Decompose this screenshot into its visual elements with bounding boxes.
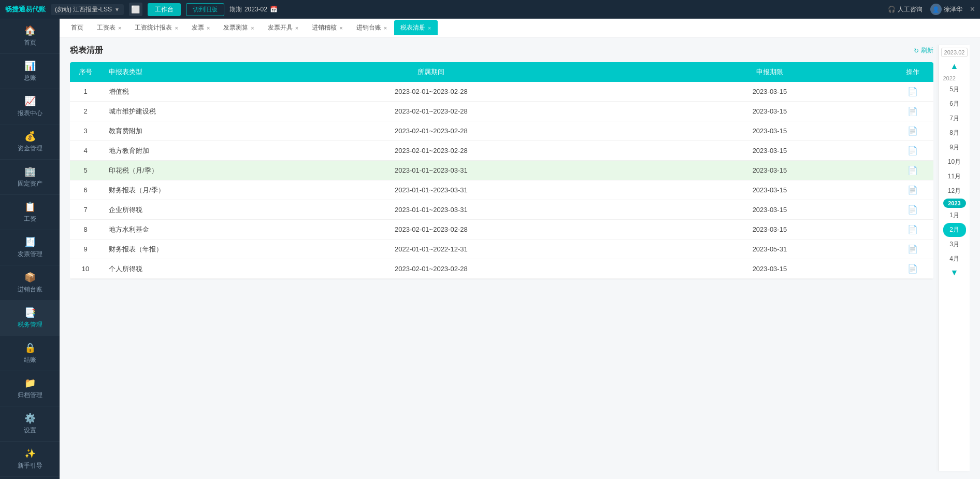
sidebar-item-assets[interactable]: 🏢 固定资产 [0, 160, 60, 195]
timeline-month-item[interactable]: 9月 [943, 140, 966, 154]
sidebar-item-vip[interactable]: 👑 畅会员 [0, 477, 60, 479]
table-row: 2 城市维护建设税 2023-02-01~2023-02-28 2023-03-… [70, 102, 933, 121]
cell-type: 地方水利基金 [101, 220, 215, 240]
timeline-month-item[interactable]: 12月 [943, 184, 966, 198]
user-profile[interactable]: 👤 徐泽华 [930, 4, 962, 15]
tab-invoice[interactable]: 发票 × [185, 20, 216, 35]
view-icon[interactable]: 📄 [907, 126, 918, 135]
copy-icon-btn[interactable]: ⬜ [129, 3, 142, 16]
cell-period: 2023-01-01~2023-03-31 [215, 180, 647, 200]
table-row: 9 财务报表（年报） 2022-01-01~2022-12-31 2023-05… [70, 240, 933, 259]
view-icon[interactable]: 📄 [907, 264, 918, 273]
cell-period: 2023-02-01~2023-02-28 [215, 220, 647, 240]
tab-close-icon[interactable]: × [428, 25, 431, 31]
sidebar-item-label: 进销台账 [18, 285, 42, 294]
sidebar-item-label: 报表中心 [18, 109, 42, 118]
tab-invoice-calc[interactable]: 发票测算 × [217, 20, 260, 35]
cell-deadline: 2023-03-15 [647, 141, 892, 161]
timeline-month-item[interactable]: 7月 [943, 111, 966, 125]
sidebar-item-invoice[interactable]: 🧾 发票管理 [0, 230, 60, 265]
workspace-button[interactable]: 工作台 [148, 3, 181, 16]
sidebar-item-guide[interactable]: ✨ 新手引导 [0, 442, 60, 477]
timeline-month-item[interactable]: 5月 [943, 82, 966, 96]
cell-action[interactable]: 📄 [892, 200, 933, 220]
cell-period: 2023-01-01~2023-03-31 [215, 161, 647, 180]
view-icon[interactable]: 📄 [907, 166, 918, 175]
cell-action[interactable]: 📄 [892, 102, 933, 121]
sidebar-item-home[interactable]: 🏠 首页 [0, 19, 60, 54]
timeline-year-label: 2022 [943, 75, 966, 81]
page-title: 税表清册 [70, 45, 103, 56]
cell-action[interactable]: 📄 [892, 141, 933, 161]
timeline-month-item[interactable]: 3月 [943, 237, 966, 251]
tab-purchase-audit[interactable]: 进销稽核 × [306, 20, 349, 35]
cell-type: 个人所得税 [101, 259, 215, 279]
cell-action[interactable]: 📄 [892, 121, 933, 141]
sidebar-item-closing[interactable]: 🔒 结账 [0, 336, 60, 371]
tab-payroll-table[interactable]: 工资表 × [91, 20, 127, 35]
cell-period: 2023-02-01~2023-02-28 [215, 259, 647, 279]
cell-action[interactable]: 📄 [892, 82, 933, 102]
main-panel: 税表清册 ↻ 刷新 序号 申报表类型 所属期间 申报期限 操作 [70, 45, 933, 471]
sidebar-item-ledger[interactable]: 📊 总账 [0, 54, 60, 89]
view-icon[interactable]: 📄 [907, 205, 918, 214]
cell-action[interactable]: 📄 [892, 180, 933, 200]
timeline-month-item[interactable]: 8月 [943, 126, 966, 140]
sidebar-item-label: 发票管理 [18, 250, 42, 259]
tab-close-icon[interactable]: × [295, 25, 298, 31]
tab-home[interactable]: 首页 [65, 20, 90, 35]
cell-seq: 3 [70, 121, 101, 141]
col-type: 申报表类型 [101, 62, 215, 82]
tab-close-icon[interactable]: × [339, 25, 342, 31]
timeline-month-item[interactable]: 1月 [943, 208, 966, 222]
sidebar-item-purchase[interactable]: 📦 进销台账 [0, 265, 60, 301]
cell-seq: 4 [70, 141, 101, 161]
close-icon[interactable]: × [970, 5, 975, 14]
tab-close-icon[interactable]: × [384, 25, 387, 31]
tab-invoice-open[interactable]: 发票开具 × [262, 20, 305, 35]
view-icon[interactable]: 📄 [907, 87, 918, 96]
sidebar-item-tax[interactable]: 📑 税务管理 [0, 301, 60, 336]
timeline-month-item[interactable]: 6月 [943, 97, 966, 111]
view-icon[interactable]: 📄 [907, 186, 918, 194]
timeline-month-item[interactable]: 10月 [943, 155, 966, 169]
cell-action[interactable]: 📄 [892, 220, 933, 240]
timeline-nav-up[interactable]: ▲ [949, 60, 960, 73]
tab-payroll-stats[interactable]: 工资统计报表 × [128, 20, 184, 35]
ai-consultant[interactable]: 🎧 人工咨询 [888, 5, 923, 14]
sidebar-item-payroll[interactable]: 📋 工资 [0, 195, 60, 230]
cell-deadline: 2023-03-15 [647, 102, 892, 121]
view-icon[interactable]: 📄 [907, 245, 918, 253]
sidebar-item-archive[interactable]: 📁 归档管理 [0, 371, 60, 406]
refresh-button[interactable]: ↻ 刷新 [914, 46, 933, 55]
view-icon[interactable]: 📄 [907, 225, 918, 234]
sidebar-item-settings[interactable]: ⚙️ 设置 [0, 406, 60, 442]
timeline-month-item[interactable]: 4月 [943, 252, 966, 266]
timeline-month-item[interactable]: 2月 [943, 223, 966, 237]
tab-close-icon[interactable]: × [118, 25, 121, 31]
sidebar-item-funds[interactable]: 💰 资金管理 [0, 124, 60, 160]
timeline-month-item[interactable]: 11月 [943, 170, 966, 184]
switch-old-button[interactable]: 切到旧版 [186, 3, 224, 16]
invoice-icon: 🧾 [24, 236, 36, 248]
table-row: 3 教育费附加 2023-02-01~2023-02-28 2023-03-15… [70, 121, 933, 141]
cell-action[interactable]: 📄 [892, 240, 933, 259]
tab-close-icon[interactable]: × [207, 25, 210, 31]
table-row: 6 财务报表（月/季） 2023-01-01~2023-03-31 2023-0… [70, 180, 933, 200]
cell-action[interactable]: 📄 [892, 161, 933, 180]
timeline-nav-down[interactable]: ▼ [949, 266, 960, 279]
tab-close-icon[interactable]: × [175, 25, 178, 31]
view-icon[interactable]: 📄 [907, 146, 918, 155]
calendar-icon[interactable]: 📅 [270, 6, 278, 13]
table-header: 序号 申报表类型 所属期间 申报期限 操作 [70, 62, 933, 82]
cell-action[interactable]: 📄 [892, 259, 933, 279]
company-selector[interactable]: (勿动) 江西报量-LSS ▼ [51, 4, 124, 15]
view-icon[interactable]: 📄 [907, 107, 918, 116]
sidebar-item-reports[interactable]: 📈 报表中心 [0, 89, 60, 124]
tab-close-icon[interactable]: × [251, 25, 254, 31]
tab-purchase-ledger[interactable]: 进销台账 × [350, 20, 393, 35]
cell-type: 增值税 [101, 82, 215, 102]
cell-period: 2022-01-01~2022-12-31 [215, 240, 647, 259]
cell-type: 城市维护建设税 [101, 102, 215, 121]
tab-tax-register[interactable]: 税表清册 × [394, 20, 437, 35]
